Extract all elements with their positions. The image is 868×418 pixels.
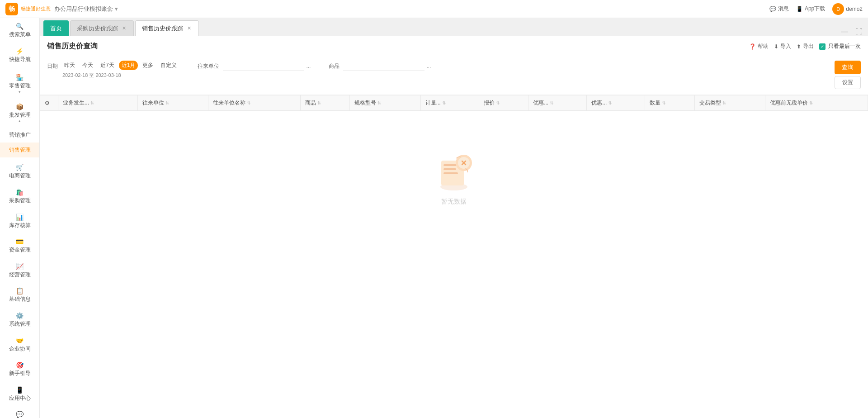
date-btn-7days[interactable]: 近7天	[98, 61, 117, 70]
only-show-last-checkbox[interactable]: ✓ 只看最后一次	[819, 43, 861, 50]
query-button[interactable]: 查询	[835, 61, 861, 74]
tab-purchase-history[interactable]: 采购历史价跟踪 ✕	[70, 20, 134, 36]
sidebar-item-wholesale[interactable]: 📦 批发管理 ▴	[0, 99, 39, 128]
sort-icon-discount2: ⇅	[608, 100, 612, 105]
import-button[interactable]: ⬇ 导入	[774, 43, 791, 50]
sidebar-item-enterprise[interactable]: 🤝 企业协同	[0, 332, 39, 357]
message-button[interactable]: 💬 消息	[769, 5, 789, 13]
tab-purchase-history-close[interactable]: ✕	[121, 25, 127, 32]
th-partner-name[interactable]: 往来单位名称 ⇅	[208, 95, 300, 111]
tab-sales-history-label: 销售历史价跟踪	[142, 24, 183, 33]
sidebar-item-finance[interactable]: 💳 资金管理	[0, 233, 39, 258]
sidebar-item-purchase[interactable]: 🛍️ 采购管理	[0, 184, 39, 209]
wechat-icon: 💬	[16, 411, 24, 418]
ecommerce-icon: 🛒	[16, 164, 24, 171]
th-quote[interactable]: 报价 ⇅	[479, 95, 528, 111]
dropdown-arrow-icon[interactable]: ▾	[115, 5, 118, 12]
page-title: 销售历史价查询	[47, 42, 98, 51]
product-dots[interactable]: ...	[426, 63, 431, 69]
th-discount1[interactable]: 优惠... ⇅	[528, 95, 587, 111]
tab-home[interactable]: 首页	[43, 20, 69, 36]
sort-icon-partner: ⇅	[165, 100, 169, 105]
sidebar-label-search: 搜索菜单	[9, 31, 31, 38]
sidebar-item-marketing[interactable]: 营销推广	[0, 128, 39, 142]
app-download-button[interactable]: 📱 App下载	[796, 5, 825, 13]
export-button[interactable]: ⬆ 导出	[797, 43, 814, 50]
sidebar-item-newguide[interactable]: 🎯 新手引导	[0, 357, 39, 382]
data-table: ⚙ 业务发生... ⇅ 往来单位	[40, 95, 868, 111]
logo-text: 畅捷通好生意	[21, 5, 51, 12]
sidebar-item-appcenter[interactable]: 📱 应用中心	[0, 382, 39, 407]
sort-icon-product: ⇅	[317, 100, 321, 105]
tab-home-label: 首页	[50, 24, 62, 33]
th-spec[interactable]: 规格型号 ⇅	[350, 95, 420, 111]
sidebar-label-wholesale: 批发管理	[9, 112, 31, 119]
logo-icon: 畅	[5, 3, 18, 15]
sidebar-item-retail[interactable]: 🏪 零售管理 ▾	[0, 69, 39, 99]
retail-icon: 🏪	[16, 74, 24, 81]
th-settings[interactable]: ⚙	[40, 95, 58, 111]
app-title: 办公用品行业模拟账套 ▾	[54, 5, 118, 13]
sidebar-item-operations[interactable]: 📈 经营管理	[0, 258, 39, 283]
basic-icon: 📋	[16, 287, 24, 294]
sidebar-label-sales: 销售管理	[9, 147, 31, 153]
inventory-icon: 📊	[16, 214, 24, 221]
sidebar-label-operations: 经营管理	[9, 271, 31, 279]
quicknav-icon: ⚡	[16, 48, 24, 55]
user-profile[interactable]: D demo2	[832, 3, 863, 15]
th-product[interactable]: 商品 ⇅	[300, 95, 349, 111]
th-discount2[interactable]: 优惠... ⇅	[587, 95, 645, 111]
th-biz-date-label: 业务发生...	[63, 99, 89, 107]
tab-sales-history-close[interactable]: ✕	[186, 25, 192, 32]
help-button[interactable]: ❓ 帮助	[749, 43, 769, 50]
empty-text: 暂无数据	[441, 198, 467, 206]
app-download-label: App下载	[805, 5, 825, 13]
top-bar: 畅 畅捷通好生意 办公用品行业模拟账套 ▾ 💬 消息 📱 App下载 D dem…	[0, 0, 868, 18]
product-input[interactable]	[343, 61, 425, 71]
sidebar-item-ecommerce[interactable]: 🛒 电商管理	[0, 159, 39, 184]
filter-btn-group: 查询 设置	[835, 61, 861, 89]
help-icon: ❓	[749, 43, 756, 50]
search-icon: 🔍	[16, 23, 24, 30]
sidebar-label-purchase: 采购管理	[9, 197, 31, 204]
th-quantity[interactable]: 数量 ⇅	[645, 95, 694, 111]
date-btn-more[interactable]: 更多	[140, 61, 156, 70]
tab-sales-history[interactable]: 销售历史价跟踪 ✕	[135, 20, 199, 36]
th-partner[interactable]: 往来单位 ⇅	[137, 95, 208, 111]
top-bar-left: 畅 畅捷通好生意 办公用品行业模拟账套 ▾	[5, 3, 118, 15]
sidebar-item-search[interactable]: 🔍 搜索菜单	[0, 18, 39, 43]
th-quote-label: 报价	[484, 99, 495, 107]
th-unit[interactable]: 计量... ⇅	[420, 95, 479, 111]
tab-purchase-history-label: 采购历史价跟踪	[77, 24, 118, 33]
sort-icon-unit: ⇅	[442, 100, 446, 105]
date-btn-custom[interactable]: 自定义	[158, 61, 179, 70]
th-price-before-discount[interactable]: 优惠前无税单价 ⇅	[765, 95, 868, 111]
partner-input[interactable]	[223, 61, 304, 71]
sidebar-item-basic[interactable]: 📋 基础信息	[0, 283, 39, 308]
th-product-label: 商品	[305, 99, 316, 107]
empty-illustration	[431, 147, 476, 192]
sidebar: 🔍 搜索菜单 ⚡ 快捷导航 🏪 零售管理 ▾ 📦 批发管理 ▴ 营销推广 销售管…	[0, 18, 40, 418]
sidebar-label-retail: 零售管理	[9, 82, 31, 90]
sidebar-item-system[interactable]: ⚙️ 系统管理	[0, 308, 39, 332]
download-icon: 📱	[796, 6, 803, 12]
partner-dots[interactable]: ...	[306, 63, 311, 69]
sidebar-item-wechat[interactable]: 💬 企业微信	[0, 406, 39, 418]
date-btn-today[interactable]: 今天	[80, 61, 96, 70]
sidebar-item-quicknav[interactable]: ⚡ 快捷导航	[0, 43, 39, 68]
sort-icon-trade-type: ⇅	[722, 100, 726, 105]
sidebar-item-sales[interactable]: 销售管理	[0, 142, 39, 157]
sidebar-item-inventory[interactable]: 📊 库存核算	[0, 209, 39, 234]
tab-maximize-button[interactable]: ⛶	[854, 28, 864, 36]
date-btn-1month[interactable]: 近1月	[119, 61, 138, 70]
th-spec-label: 规格型号	[354, 99, 376, 107]
sidebar-label-inventory: 库存核算	[9, 222, 31, 229]
sidebar-label-appcenter: 应用中心	[9, 395, 31, 402]
appcenter-icon: 📱	[16, 386, 24, 394]
date-btn-yesterday[interactable]: 昨天	[61, 61, 78, 70]
setting-button[interactable]: 设置	[835, 76, 861, 89]
tab-minimize-button[interactable]: —	[839, 28, 850, 36]
wholesale-arrow-icon: ▴	[19, 119, 21, 123]
th-trade-type[interactable]: 交易类型 ⇅	[694, 95, 765, 111]
th-biz-date[interactable]: 业务发生... ⇅	[58, 95, 138, 111]
